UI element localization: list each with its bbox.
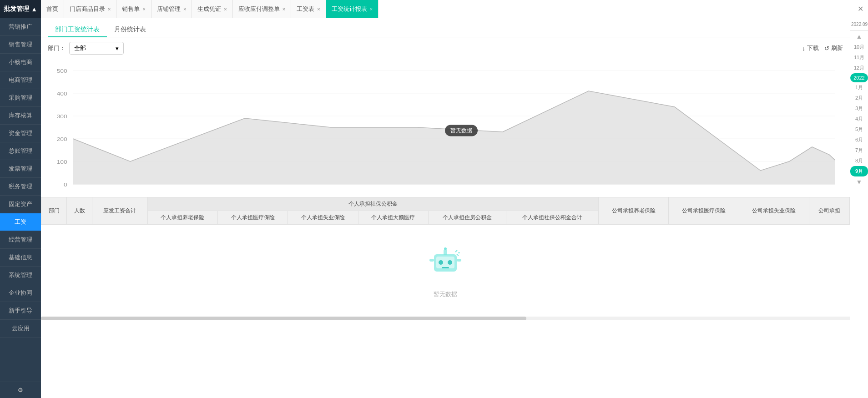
tab-store-catalog[interactable]: 门店商品目录 × (64, 0, 116, 18)
svg-point-16 (448, 260, 452, 265)
col-header-personal-unemployment: 个人承担失业保险 (288, 211, 358, 225)
tab-produce-cert-label: 生成凭证 (197, 5, 221, 13)
col-header-personal-medical: 个人承担医疗保险 (217, 211, 288, 225)
table-empty-state: 暂无数据 (41, 225, 850, 317)
svg-text:200: 200 (57, 136, 67, 142)
sidebar-item-label: 云应用 (12, 325, 30, 332)
tab-ar-ap[interactable]: 应收应付调整单 × (233, 0, 291, 18)
tab-home[interactable]: 首页 (41, 0, 64, 18)
tab-salary-report[interactable]: 工资统计报表 × (326, 0, 378, 18)
date-display: 2022.09 (850, 18, 868, 31)
chart-no-data-tooltip: 暂无数据 (445, 125, 478, 136)
sidebar-item-xpds[interactable]: 小畅电商 (0, 54, 41, 71)
content-main: 部门工资统计表 月份统计表 部门： 全部 ▾ ↓ (41, 18, 850, 398)
tab-store-mgmt-close[interactable]: × (183, 6, 186, 12)
main-area: 首页 门店商品目录 × 销售单 × 店铺管理 × 生成凭证 × 应收应付调整单 … (41, 0, 868, 398)
empty-robot-icon (427, 243, 464, 286)
refresh-button[interactable]: ↺ 刷新 (824, 44, 843, 52)
month-item-7[interactable]: 7月 (850, 145, 868, 156)
month-item-10[interactable]: 10月 (850, 42, 868, 52)
col-header-personal-major-medical: 个人承担大额医疗 (358, 211, 428, 225)
sidebar-item-yyy[interactable]: 云应用 (0, 320, 41, 338)
close-all-tabs[interactable]: ✕ (853, 5, 868, 13)
sidebar-item-zjgl[interactable]: 资金管理 (0, 125, 41, 142)
refresh-icon: ↺ (824, 45, 829, 52)
tab-store-catalog-label: 门店商品目录 (70, 5, 105, 13)
sidebar-item-yxtp[interactable]: 营销推广 (0, 18, 41, 36)
sidebar-item-swgl[interactable]: 税务管理 (0, 178, 41, 196)
sidebar-item-gdzy[interactable]: 固定资产 (0, 196, 41, 213)
nav-down-arrow[interactable]: ▼ (854, 176, 864, 187)
tab-dept-stats-label: 部门工资统计表 (55, 25, 100, 33)
sidebar-item-jcxx[interactable]: 基础信息 (0, 249, 41, 267)
sidebar-item-cggl[interactable]: 采购管理 (0, 89, 41, 107)
month-item-1[interactable]: 1月 (850, 82, 868, 93)
sidebar-item-fpgl[interactable]: 发票管理 (0, 160, 41, 178)
horizontal-scrollbar[interactable] (41, 317, 850, 320)
chart-no-data-label: 暂无数据 (450, 127, 472, 134)
sidebar-item-label: 小畅电商 (9, 59, 32, 65)
dept-select[interactable]: 全部 ▾ (69, 42, 124, 55)
month-item-8[interactable]: 8月 (850, 156, 868, 166)
month-item-4[interactable]: 4月 (850, 114, 868, 124)
sidebar-item-qyxt[interactable]: 企业协同 (0, 284, 41, 302)
table-area[interactable]: 部门 人数 应发工资合计 个人承担社保公积金 公司承担养老保险 公司承担医疗保险… (41, 197, 850, 398)
tab-ar-ap-close[interactable]: × (283, 6, 285, 12)
sidebar-item-kchsf[interactable]: 库存核算 (0, 107, 41, 125)
tab-month-stats-label: 月份统计表 (114, 25, 146, 33)
nav-up-arrow[interactable]: ▲ (854, 31, 864, 42)
tab-salary-report-close[interactable]: × (370, 6, 373, 12)
year-2022-label[interactable]: 2022 (850, 73, 868, 82)
sidebar-item-label: 库存核算 (9, 112, 32, 119)
month-item-2[interactable]: 2月 (850, 93, 868, 103)
sidebar-item-xtgl[interactable]: 系统管理 (0, 267, 41, 284)
col-header-personal-housing: 个人承担住房公积金 (428, 211, 506, 225)
scroll-thumb[interactable] (41, 317, 526, 320)
month-item-6[interactable]: 6月 (850, 135, 868, 145)
tab-produce-cert[interactable]: 生成凭证 × (192, 0, 232, 18)
sidebar-item-label: 营销推广 (9, 23, 32, 30)
tab-dept-stats[interactable]: 部门工资统计表 (48, 23, 107, 37)
month-item-11[interactable]: 11月 (850, 52, 868, 63)
toolbar-right: ↓ 下载 ↺ 刷新 (802, 44, 843, 52)
sidebar-header[interactable]: 批发管理 ▲ (0, 0, 41, 18)
refresh-label: 刷新 (831, 44, 843, 52)
sidebar-item-label: 税务管理 (9, 183, 32, 190)
tab-produce-cert-close[interactable]: × (224, 6, 227, 12)
month-item-5[interactable]: 5月 (850, 124, 868, 135)
tab-month-stats[interactable]: 月份统计表 (107, 23, 153, 37)
sidebar-item-label: 新手引导 (9, 307, 32, 314)
tab-salary-table[interactable]: 工资表 × (291, 0, 326, 18)
sidebar-item-label: 基础信息 (9, 254, 32, 261)
tab-store-mgmt[interactable]: 店铺管理 × (151, 0, 192, 18)
sidebar-item-gz[interactable]: 工资 (0, 213, 41, 231)
sidebar: 批发管理 ▲ 营销推广 销售管理 小畅电商 电商管理 采购管理 库存核算 资金管… (0, 0, 41, 398)
month-item-9[interactable]: 9月 (850, 166, 868, 176)
sidebar-item-label: 总账管理 (9, 147, 32, 154)
col-header-personal-insurance: 个人承担社保公积金 (147, 197, 599, 211)
toolbar-left: 部门： 全部 ▾ (48, 42, 124, 55)
tab-salary-report-label: 工资统计报表 (332, 5, 367, 13)
download-button[interactable]: ↓ 下载 (802, 44, 819, 52)
svg-text:500: 500 (57, 68, 67, 74)
sidebar-item-label: 经营管理 (9, 236, 32, 243)
month-item-3[interactable]: 3月 (850, 103, 868, 114)
tab-store-catalog-close[interactable]: × (108, 6, 111, 12)
tab-salary-table-close[interactable]: × (317, 6, 320, 12)
chart-area: 0 100 200 300 400 500 (41, 59, 850, 197)
tab-sales-order[interactable]: 销售单 × (116, 0, 151, 18)
sidebar-item-jygl[interactable]: 经营管理 (0, 231, 41, 249)
svg-point-19 (444, 247, 447, 250)
sidebar-item-zzgl[interactable]: 总账管理 (0, 142, 41, 160)
svg-text:0: 0 (64, 182, 67, 187)
sidebar-item-dsgl[interactable]: 电商管理 (0, 71, 41, 89)
sidebar-item-label: 销售管理 (9, 41, 32, 48)
sidebar-item-label: 固定资产 (9, 201, 32, 207)
tab-sales-order-close[interactable]: × (142, 6, 145, 12)
sidebar-settings[interactable]: ⚙ (0, 382, 41, 398)
sidebar-item-xsgl[interactable]: 销售管理 (0, 36, 41, 54)
col-header-personal-pension: 个人承担养老保险 (147, 211, 217, 225)
sidebar-item-xsyd[interactable]: 新手引导 (0, 302, 41, 320)
tab-home-label: 首页 (46, 5, 58, 13)
month-item-12[interactable]: 12月 (850, 63, 868, 73)
